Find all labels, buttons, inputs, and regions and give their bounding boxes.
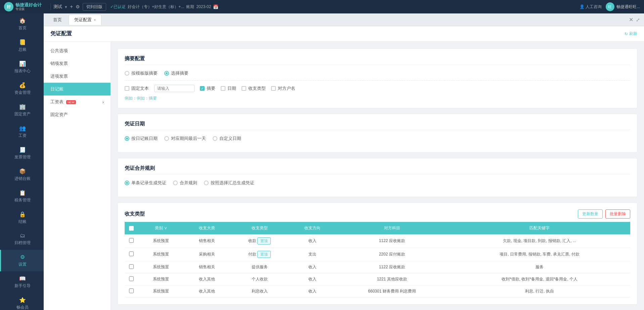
page-title: 凭证配置 (50, 30, 72, 37)
radio-select[interactable]: 选择摘要 (164, 70, 188, 76)
row-keywords-5: 利息, 行迁, 执自 (449, 285, 630, 298)
update-button[interactable]: 更新数量 (578, 209, 603, 219)
sidebar-item-funds[interactable]: 💰 资金管理 (0, 78, 44, 100)
row-type-5: 利息收入 (230, 285, 290, 298)
tab-voucher-config[interactable]: 凭证配置 × (69, 14, 101, 25)
checkbox-row-1[interactable] (129, 238, 134, 243)
window-close-icon[interactable]: ✕ (629, 16, 633, 23)
new-badge: NEW (66, 100, 76, 104)
radio-circle-total (204, 181, 209, 185)
window-maximize-icon[interactable]: ⤢ (636, 17, 640, 23)
sidebar-item-closing[interactable]: 🔒 结账 (0, 207, 44, 229)
checkbox-box-counterparty (271, 86, 276, 91)
row-keywords-3: 服务 (449, 261, 630, 273)
row-check-2[interactable] (125, 248, 138, 261)
table-header: 类别 ∨ 收支大类 收支类型 收支方向 对方科目 匹配关键字 (125, 222, 630, 234)
radio-circle-single (125, 181, 129, 185)
checkbox-counterparty[interactable]: 对方户名 (271, 85, 295, 91)
add-icon[interactable]: + (70, 4, 73, 10)
top-btn-2[interactable]: 置顶 (257, 251, 271, 258)
sidebar-item-invoice[interactable]: 🧾 发票管理 (0, 143, 44, 164)
checkbox-row-2[interactable] (129, 251, 134, 256)
sidebar-item-payroll[interactable]: 👥 工资 (0, 121, 44, 143)
row-main-1: 销售相关 (184, 234, 229, 248)
tab-home[interactable]: 首页 (48, 15, 67, 25)
sidebar-item-guide[interactable]: 📖 新手引导 (0, 271, 44, 293)
row-check-1[interactable] (125, 234, 138, 248)
row-check-5[interactable] (125, 285, 138, 298)
radio-template[interactable]: 按模板版摘要 (125, 70, 158, 76)
switch-version-button[interactable]: 切到旧版 (83, 3, 106, 11)
row-type-4: 个人收款 (230, 273, 290, 285)
sidebar-item-assets[interactable]: 🏢 固定资产 (0, 100, 44, 121)
gear-icon[interactable]: ⚙ (76, 4, 80, 9)
top-btn-1[interactable]: 置顶 (257, 237, 271, 244)
sidebar-item-home[interactable]: 🏠 首页 (0, 13, 44, 35)
status-tags: ✓已认证 好会计（专）+好生意（标）+... 账期 2023-02 📅 (110, 4, 218, 10)
sidebar-item-purchase[interactable]: 📦 进销台账 (0, 164, 44, 186)
radio-total[interactable]: 按照选择汇总生成凭证 (204, 180, 254, 186)
divider (50, 3, 51, 10)
reports-icon: 📊 (19, 61, 26, 67)
radio-merge[interactable]: 合并规则 (173, 180, 197, 186)
row-check-3[interactable] (125, 261, 138, 273)
row-check-4[interactable] (125, 273, 138, 285)
batch-delete-button[interactable]: 批量删除 (605, 209, 630, 219)
income-type-section: 收支类型 更新数量 批量删除 类别 ∨ 收支大类 收支类型 (118, 202, 637, 305)
nav-item-payroll[interactable]: 工资表 NEW › (44, 95, 111, 108)
checkbox-summary[interactable]: ✓ 摘要 (200, 85, 215, 91)
row-type-2: 付款 置顶 (230, 248, 290, 261)
radio-custom-date[interactable]: 自定义日期 (213, 135, 241, 142)
invoice-icon: 🧾 (19, 147, 26, 153)
product-tags: 好会计（专）+好生意（标）+... (128, 4, 184, 10)
nav-item-public[interactable]: 公共选项 (44, 44, 111, 57)
nav-item-purchase-invoice[interactable]: 进项发票 (44, 70, 111, 83)
checkbox-date[interactable]: 日期 (221, 85, 236, 91)
logo-text: 畅捷通好会计 专业版 (15, 2, 42, 11)
service-button[interactable]: 👤 人工咨询 (579, 4, 602, 10)
checkbox-row-4[interactable] (129, 276, 134, 281)
sidebar-item-ledger[interactable]: 📒 总账 (0, 35, 44, 56)
col-main-header: 收支大类 (184, 222, 229, 234)
refresh-button[interactable]: ↻ 刷新 (625, 31, 637, 37)
test-label: 测试 (53, 4, 62, 10)
radio-journal-date[interactable]: 按日记账日期 (125, 135, 158, 142)
radio-period-last[interactable]: 对应期间最后一天 (164, 135, 206, 142)
checkbox-type[interactable]: 收支类型 (242, 85, 266, 91)
certified-tag: ✓已认证 (110, 4, 126, 10)
calendar-icon[interactable]: 📅 (213, 4, 218, 9)
nav-item-sales-invoice[interactable]: 销项发票 (44, 57, 111, 70)
checkbox-row-3[interactable] (129, 264, 134, 269)
date-radio-group: 按日记账日期 对应期间最后一天 自定义日期 (125, 135, 630, 142)
sidebar-item-member[interactable]: ⭐ 畅会员 (0, 293, 44, 310)
settings-icon: ⚙ (20, 254, 25, 260)
user-menu[interactable]: 旺 畅捷通旺旺... (606, 2, 640, 11)
radio-circle-template (125, 71, 129, 76)
row-main-4: 收入其他 (184, 273, 229, 285)
checkbox-box-type (242, 86, 246, 91)
dropdown-arrow-icon[interactable]: ▾ (65, 4, 67, 9)
checkbox-row-5[interactable] (129, 288, 134, 293)
sidebar-item-archive[interactable]: 🗂 归档管理 (0, 229, 44, 250)
sidebar-item-settings[interactable]: ⚙ 设置 (0, 250, 44, 271)
checkbox-fixed-text[interactable]: 固定文本 (125, 85, 149, 91)
tab-close-icon[interactable]: × (94, 18, 96, 22)
col-check[interactable] (125, 222, 138, 234)
nav-item-journal[interactable]: 日记账 (44, 83, 111, 95)
member-icon: ⭐ (19, 297, 26, 303)
select-all-checkbox[interactable] (129, 226, 134, 231)
sidebar-item-reports[interactable]: 📊 报表中心 (0, 56, 44, 78)
page-title-bar: 凭证配置 ↻ 刷新 (44, 26, 644, 42)
config-layout: 公共选项 销项发票 进项发票 日记账 工资表 NEW › 固定资产 (44, 42, 644, 310)
period-value: 2023-02 (196, 4, 211, 9)
radio-single[interactable]: 单条记录生成凭证 (125, 180, 166, 186)
summary-radio-group: 按模板版摘要 选择摘要 (125, 70, 630, 76)
col-account-header: 对方科目 (335, 222, 449, 234)
sidebar-item-tax[interactable]: 📋 税务管理 (0, 186, 44, 207)
nav-item-fixed-assets[interactable]: 固定资产 (44, 108, 111, 121)
radio-circle-select (164, 71, 169, 76)
row-direction-2: 支出 (289, 248, 335, 261)
refresh-icon: ↻ (625, 32, 628, 36)
period-label: 账期 (186, 4, 194, 10)
fixed-text-input[interactable] (154, 85, 195, 92)
